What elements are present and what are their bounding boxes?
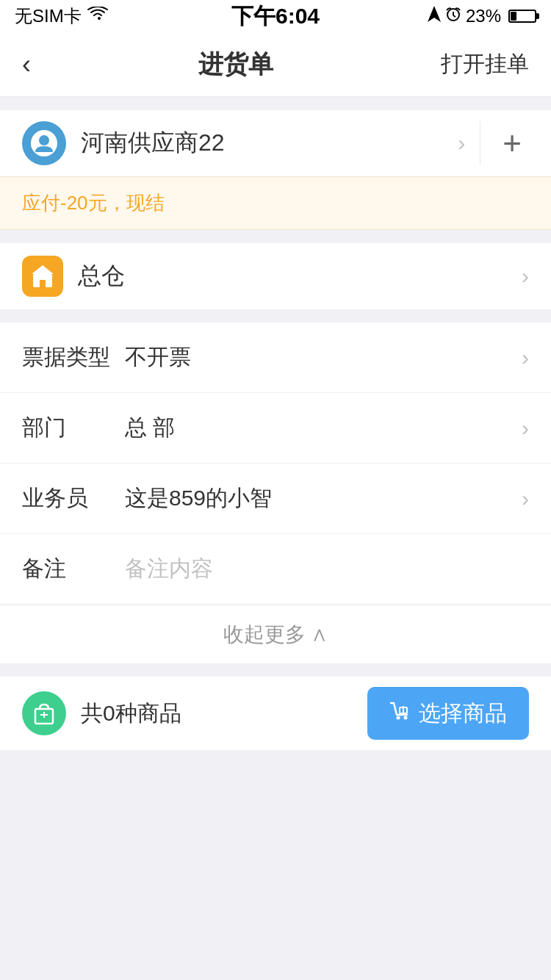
- invoice-chevron: ›: [522, 345, 529, 370]
- svg-line-2: [453, 15, 455, 17]
- status-left: 无SIM卡: [15, 4, 108, 28]
- collapse-label: 收起更多 ∧: [223, 621, 328, 649]
- form-section: 票据类型 不开票 › 部门 总 部 › 业务员 这是859的小智 › 备注 备注…: [0, 323, 551, 663]
- battery-icon: [508, 10, 536, 23]
- dept-value: 总 部: [118, 413, 514, 443]
- warehouse-icon: [22, 256, 63, 297]
- supplier-name: 河南供应商22: [81, 127, 450, 159]
- dept-chevron: ›: [522, 416, 529, 441]
- page-background: [0, 750, 551, 970]
- wifi-icon: [87, 7, 108, 26]
- svg-marker-5: [32, 265, 54, 274]
- warehouse-section: 总仓 ›: [0, 243, 551, 309]
- status-time: 下午6:04: [231, 1, 320, 32]
- sales-row[interactable]: 业务员 这是859的小智 ›: [0, 464, 551, 534]
- content: 河南供应商22 › + 应付-20元，现结 总仓 › 票据类型 不开票: [0, 97, 551, 970]
- invoice-row[interactable]: 票据类型 不开票 ›: [0, 323, 551, 393]
- svg-rect-6: [40, 280, 46, 287]
- supplier-chevron: ›: [458, 131, 465, 156]
- warehouse-row[interactable]: 总仓 ›: [0, 243, 551, 309]
- sales-value: 这是859的小智: [118, 483, 514, 514]
- collapse-button[interactable]: 收起更多 ∧: [0, 605, 551, 663]
- invoice-value: 不开票: [118, 342, 514, 372]
- dept-row[interactable]: 部门 总 部 ›: [0, 393, 551, 464]
- select-goods-label: 选择商品: [419, 699, 507, 729]
- location-icon: [428, 6, 441, 26]
- dept-label: 部门: [22, 413, 118, 443]
- invoice-label: 票据类型: [22, 342, 118, 372]
- person-icon: [32, 131, 56, 155]
- svg-point-10: [397, 716, 400, 719]
- add-supplier-button[interactable]: +: [495, 125, 529, 162]
- notice-text: 应付-20元，现结: [22, 192, 165, 214]
- supplier-divider: [480, 121, 480, 165]
- status-bar: 无SIM卡 下午6:04 23%: [0, 0, 551, 32]
- warehouse-name: 总仓: [78, 260, 514, 292]
- supplier-avatar: [22, 121, 66, 165]
- warehouse-chevron: ›: [522, 264, 529, 289]
- remark-row[interactable]: 备注 备注内容: [0, 534, 551, 605]
- cart-icon: [389, 702, 411, 726]
- page-title: 进货单: [198, 48, 273, 82]
- remark-input[interactable]: 备注内容: [118, 554, 529, 584]
- remark-label: 备注: [22, 554, 118, 584]
- nav-bar: ‹ 进货单 打开挂单: [0, 32, 551, 97]
- carrier-label: 无SIM卡: [15, 4, 82, 28]
- goods-icon: [22, 691, 66, 735]
- goods-count: 共0种商品: [81, 699, 367, 729]
- supplier-section: 河南供应商22 › + 应付-20元，现结: [0, 110, 551, 230]
- notice-bar: 应付-20元，现结: [0, 176, 551, 230]
- supplier-row[interactable]: 河南供应商22 › +: [0, 110, 551, 176]
- status-right: 23%: [428, 6, 536, 26]
- svg-point-11: [404, 716, 408, 719]
- open-pending-button[interactable]: 打开挂单: [441, 49, 529, 79]
- back-button[interactable]: ‹: [22, 49, 31, 80]
- bottom-bar: 共0种商品 选择商品: [0, 677, 551, 750]
- alarm-icon: [445, 6, 461, 26]
- select-goods-button[interactable]: 选择商品: [367, 687, 529, 740]
- sales-label: 业务员: [22, 483, 118, 514]
- svg-point-3: [39, 135, 49, 145]
- sales-chevron: ›: [522, 486, 529, 511]
- battery-percent: 23%: [466, 6, 501, 26]
